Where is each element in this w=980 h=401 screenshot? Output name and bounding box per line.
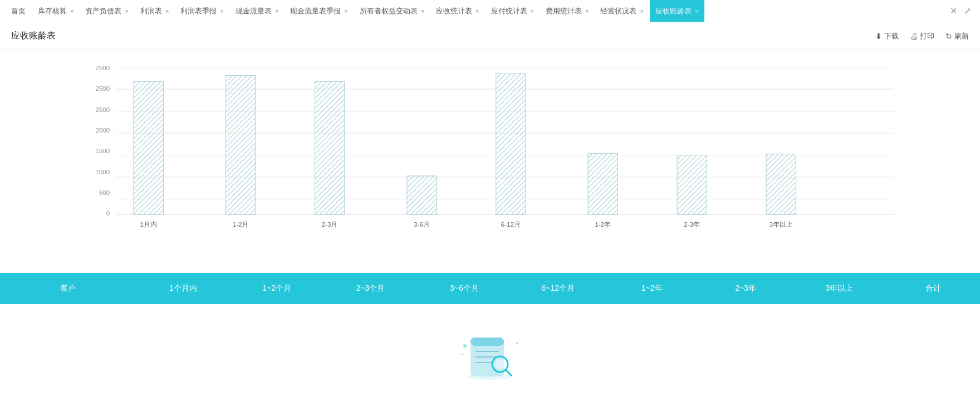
svg-text:3年以上: 3年以上 [769, 221, 793, 228]
empty-state [0, 304, 980, 401]
tab-profit-quarter-label: 利润表季报 [180, 6, 217, 16]
tab-profit-label: 利润表 [140, 6, 162, 16]
col-2-3year: 2~3年 [699, 283, 792, 294]
svg-point-36 [516, 342, 518, 344]
page-header: 应收账龄表 ⬇ 下载 🖨 打印 ↻ 刷新 [0, 22, 980, 50]
bar-1-month [134, 81, 163, 214]
tab-ap-stat[interactable]: 应付统计表 × [486, 0, 540, 22]
tab-ar-stat-label: 应收统计表 [436, 6, 472, 16]
bar-1-2-year [588, 153, 618, 214]
svg-text:2500: 2500 [95, 85, 110, 92]
col-total: 合计 [886, 283, 980, 294]
tab-operation-close[interactable]: × [640, 8, 643, 14]
chart-area: 2500 2500 2500 2000 1500 1000 500 0 [0, 50, 980, 273]
tab-cash-flow-quarter[interactable]: 现金流量表季报 × [285, 0, 354, 22]
tab-balance-sheet[interactable]: 资产负债表 × [80, 0, 134, 22]
tab-expense-stat[interactable]: 费用统计表 × [540, 0, 595, 22]
svg-text:2500: 2500 [95, 64, 110, 71]
tab-expense-stat-label: 费用统计表 [546, 6, 582, 16]
col-1-2year: 1~2年 [605, 283, 698, 294]
tab-ar-aging[interactable]: 应收账龄表 × [650, 0, 704, 22]
svg-text:2-3年: 2-3年 [684, 221, 700, 228]
tab-cash-flow[interactable]: 现金流量表 × [230, 0, 285, 22]
tab-bar: 首页 库存核算 × 资产负债表 × 利润表 × 利润表季报 × 现金流量表 × … [0, 0, 980, 22]
svg-rect-27 [471, 338, 504, 346]
col-6-12month: 6~12个月 [511, 283, 605, 294]
col-2-3month: 2~3个月 [324, 283, 417, 294]
tab-inventory[interactable]: 库存核算 × [32, 0, 80, 22]
tab-ar-aging-label: 应收账龄表 [655, 6, 692, 16]
refresh-icon: ↻ [945, 32, 952, 41]
tab-ar-aging-close[interactable]: × [695, 8, 698, 14]
svg-text:6-12月: 6-12月 [501, 221, 521, 228]
main-content: 2500 2500 2500 2000 1500 1000 500 0 [0, 50, 980, 401]
svg-point-32 [495, 359, 505, 369]
svg-text:1500: 1500 [95, 147, 110, 154]
print-button[interactable]: 🖨 打印 [910, 31, 934, 41]
tab-cash-flow-close[interactable]: × [275, 8, 278, 14]
tab-ar-stat[interactable]: 应收统计表 × [430, 0, 485, 22]
tab-home-label: 首页 [11, 6, 26, 16]
bar-2-3-year [677, 155, 707, 215]
svg-text:0: 0 [106, 209, 110, 217]
window-controls: ✕ ⤢ [950, 6, 976, 16]
tab-expense-stat-close[interactable]: × [585, 8, 589, 14]
tab-inventory-label: 库存核算 [38, 6, 67, 16]
tab-inventory-close[interactable]: × [70, 8, 74, 14]
header-actions: ⬇ 下载 🖨 打印 ↻ 刷新 [875, 31, 969, 41]
refresh-button[interactable]: ↻ 刷新 [945, 31, 969, 41]
svg-text:500: 500 [99, 189, 110, 196]
tab-equity[interactable]: 所有者权益变动表 × [354, 0, 430, 22]
page-title: 应收账龄表 [11, 30, 56, 42]
tab-operation[interactable]: 经营状况表 × [595, 0, 649, 22]
svg-text:3-6月: 3-6月 [414, 221, 430, 228]
tab-ap-stat-close[interactable]: × [531, 8, 534, 14]
bar-3-6-month [407, 176, 437, 214]
tab-ap-stat-label: 应付统计表 [491, 6, 527, 16]
tab-balance-sheet-close[interactable]: × [125, 8, 128, 14]
svg-text:2000: 2000 [95, 126, 110, 134]
svg-text:1月内: 1月内 [140, 221, 157, 228]
bar-2-3-month [315, 81, 344, 214]
svg-text:1-2年: 1-2年 [595, 221, 611, 228]
col-3-6month: 3~6个月 [418, 283, 511, 294]
bar-6-12-month [496, 74, 526, 214]
tab-operation-label: 经营状况表 [600, 6, 636, 16]
col-3plus-year: 3年以上 [792, 283, 886, 294]
download-icon: ⬇ [875, 32, 882, 41]
tab-cash-flow-quarter-label: 现金流量表季报 [290, 6, 341, 16]
window-maximize-btn[interactable]: ⤢ [964, 6, 971, 16]
tab-profit-close[interactable]: × [165, 8, 169, 14]
tab-equity-close[interactable]: × [421, 8, 424, 14]
tab-balance-sheet-label: 资产负债表 [85, 6, 121, 16]
tab-cash-flow-label: 现金流量表 [236, 6, 272, 16]
svg-point-35 [461, 353, 463, 355]
svg-point-34 [463, 344, 467, 348]
download-label: 下载 [884, 31, 899, 41]
col-1month: 1个月内 [136, 283, 230, 294]
tab-profit-quarter[interactable]: 利润表季报 × [175, 0, 229, 22]
bar-chart: 2500 2500 2500 2000 1500 1000 500 0 [22, 61, 958, 239]
tab-equity-label: 所有者权益变动表 [360, 6, 418, 16]
col-1-2month: 1~2个月 [230, 283, 324, 294]
bar-1-2-month [226, 76, 255, 215]
svg-text:1-2月: 1-2月 [233, 221, 249, 228]
window-close-btn[interactable]: ✕ [950, 6, 957, 16]
empty-illustration [457, 326, 523, 382]
print-label: 打印 [920, 31, 934, 41]
tab-profit[interactable]: 利润表 × [135, 0, 175, 22]
tab-home[interactable]: 首页 [4, 0, 32, 22]
svg-text:1000: 1000 [95, 168, 110, 175]
col-customer: 客户 [0, 283, 136, 294]
tab-ar-stat-close[interactable]: × [476, 8, 479, 14]
print-icon: 🖨 [910, 32, 918, 41]
svg-text:2-3月: 2-3月 [322, 221, 338, 228]
bar-3plus-year [766, 154, 796, 214]
tab-cash-flow-quarter-close[interactable]: × [344, 8, 347, 14]
download-button[interactable]: ⬇ 下载 [875, 31, 899, 41]
table-header: 客户 1个月内 1~2个月 2~3个月 3~6个月 6~12个月 1~2年 2~… [0, 273, 980, 304]
tab-profit-quarter-close[interactable]: × [220, 8, 223, 14]
refresh-label: 刷新 [954, 31, 969, 41]
svg-text:2500: 2500 [95, 106, 110, 113]
